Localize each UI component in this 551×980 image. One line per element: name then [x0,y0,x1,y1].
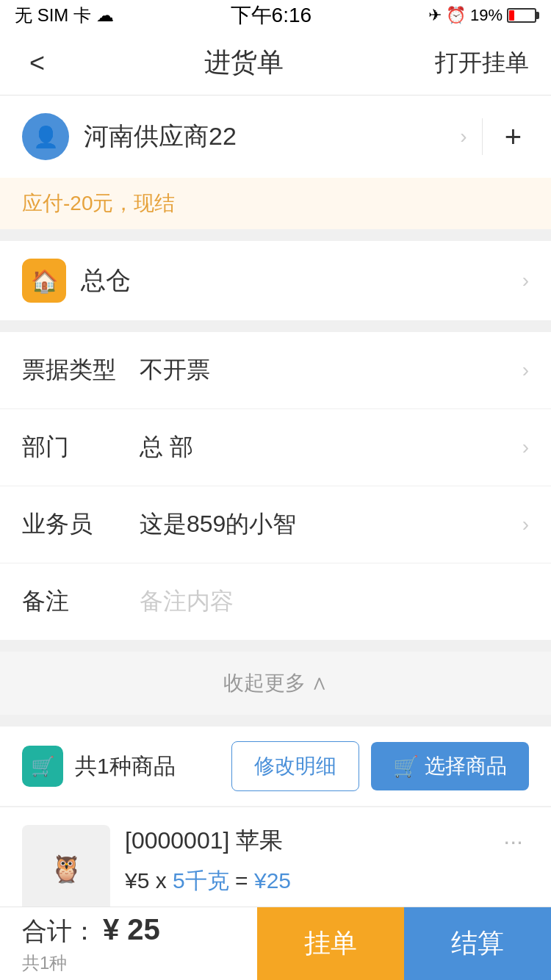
status-right: ✈ ⏰ 19% [428,6,536,25]
open-hang-button[interactable]: 打开挂单 [435,47,529,79]
alarm-icon: ⏰ [446,6,466,25]
product-multiply: x [156,868,173,893]
collapse-label: 收起更多 ∧ [223,669,328,697]
product-code: [0000001] [125,827,229,854]
total-sub: 共1种 [22,951,235,975]
product-more-button[interactable]: ··· [497,825,529,858]
invoice-value: 不开票 [140,354,522,386]
supplier-row[interactable]: 👤 河南供应商22 › + [0,96,551,178]
settle-button[interactable]: 结算 [404,907,551,980]
sales-label: 业务员 [22,508,140,541]
cart-icon: 🛒 [31,755,54,778]
notice-text: 应付-20元，现结 [22,192,175,215]
warehouse-row[interactable]: 🏠 总仓 › [0,241,551,320]
dept-label: 部门 [22,431,140,464]
products-icon: 🛒 [22,746,63,787]
signal-text: 无 SIM 卡 ☁ [15,4,114,27]
sales-row[interactable]: 业务员 这是859的小智 › [0,486,551,563]
remark-label: 备注 [22,586,140,618]
products-header: 🛒 共1种商品 修改明细 🛒 选择商品 [0,727,551,807]
total-label: 合计： [22,915,97,948]
page-title: 进货单 [204,45,284,81]
dept-value: 总 部 [140,431,522,464]
select-product-label: 选择商品 [425,752,507,780]
supplier-name: 河南供应商22 [84,120,460,154]
bottom-bar: 合计： ¥ 25 共1种 挂单 结算 [0,907,551,980]
dept-chevron-icon: › [522,436,529,459]
warehouse-section: 🏠 总仓 › [0,241,551,320]
invoice-row[interactable]: 票据类型 不开票 › [0,332,551,409]
battery-icon [507,8,536,23]
total-amount: ¥ 25 [103,913,160,946]
form-section: 票据类型 不开票 › 部门 总 部 › 业务员 这是859的小智 › 备注 备注… [0,332,551,640]
supplier-divider [482,118,483,155]
warehouse-name: 总仓 [81,264,522,298]
product-thumb-icon: 🦉 [50,854,83,884]
edit-detail-button[interactable]: 修改明细 [231,741,359,791]
products-section: 🛒 共1种商品 修改明细 🛒 选择商品 🦉 [0000001] 苹果 ¥5 [0,727,551,931]
product-total: ¥25 [254,868,291,893]
status-bar: 无 SIM 卡 ☁ 下午6:16 ✈ ⏰ 19% [0,0,551,31]
location-icon: ✈ [428,6,442,25]
nav-bar: < 进货单 打开挂单 [0,31,551,96]
select-product-button[interactable]: 🛒 选择商品 [371,742,529,790]
warehouse-chevron-icon: › [522,269,529,292]
products-count: 共1种商品 [75,752,231,782]
status-time: 下午6:16 [231,1,312,29]
product-title: 苹果 [236,827,283,854]
avatar-icon: 👤 [33,125,59,149]
collapse-button[interactable]: 收起更多 ∧ [0,652,551,715]
hang-button[interactable]: 挂单 [257,907,404,980]
total-main: 合计： ¥ 25 [22,913,235,948]
supplier-section: 👤 河南供应商22 › + [0,96,551,178]
invoice-label: 票据类型 [22,354,140,386]
add-supplier-button[interactable]: + [497,120,529,154]
product-equals: = [235,868,254,893]
total-area: 合计： ¥ 25 共1种 [0,913,257,975]
sales-value: 这是859的小智 [140,508,522,541]
product-thumbnail: 🦉 [22,825,110,913]
select-product-icon: 🛒 [393,754,419,779]
warehouse-icon: 🏠 [22,259,66,303]
product-quantity: 5千克 [173,868,229,893]
product-name: [0000001] 苹果 [125,825,497,857]
product-unit-price: ¥5 [125,868,149,893]
notice-bar: 应付-20元，现结 [0,178,551,229]
invoice-chevron-icon: › [522,359,529,382]
status-left: 无 SIM 卡 ☁ [15,4,114,27]
sales-chevron-icon: › [522,513,529,536]
supplier-chevron-icon: › [460,125,467,148]
remark-row[interactable]: 备注 备注内容 [0,563,551,640]
supplier-avatar: 👤 [22,113,69,160]
back-button[interactable]: < [22,40,52,86]
product-info: [0000001] 苹果 ¥5 x 5千克 = ¥25 [125,825,497,896]
product-price: ¥5 x 5千克 = ¥25 [125,866,497,896]
remark-input[interactable]: 备注内容 [140,586,529,618]
battery-text: 19% [470,6,503,25]
dept-row[interactable]: 部门 总 部 › [0,409,551,486]
